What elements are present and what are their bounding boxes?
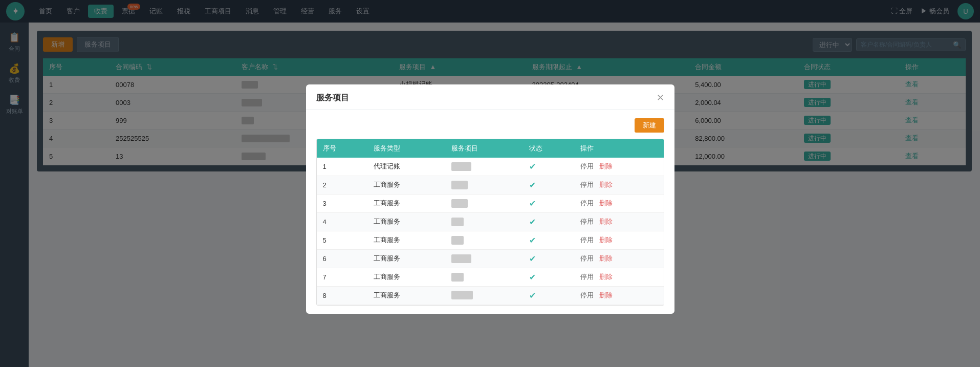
- dialog-col-item: 服务项目: [445, 139, 523, 158]
- dialog-cell-action[interactable]: 停用 删除: [574, 158, 664, 176]
- service-table: 序号 服务类型 服务项目 状态 操作 1 代理记账 ■■■1 ✔ 停用 删除 2…: [317, 139, 664, 305]
- dialog-cell-action[interactable]: 停用 删除: [574, 194, 664, 212]
- table-row: 1 代理记账 ■■■1 ✔ 停用 删除: [317, 158, 664, 176]
- dialog-cell-status: ✔: [523, 176, 574, 194]
- delete-button[interactable]: 删除: [599, 291, 613, 299]
- dialog-cell-action[interactable]: 停用 删除: [574, 231, 664, 249]
- dialog-cell-item: ■■■■: [445, 249, 523, 268]
- dialog-cell-seq: 2: [317, 176, 368, 194]
- dialog-cell-seq: 7: [317, 268, 368, 286]
- dialog-col-type: 服务类型: [367, 139, 445, 158]
- dialog-cell-status: ✔: [523, 158, 574, 176]
- dialog-cell-action[interactable]: 停用 删除: [574, 212, 664, 231]
- table-row: 4 工商服务 ■■ ✔ 停用 删除: [317, 212, 664, 231]
- stop-button[interactable]: 停用: [580, 273, 594, 280]
- dialog-cell-status: ✔: [523, 268, 574, 286]
- stop-button[interactable]: 停用: [580, 236, 594, 244]
- dialog-cell-action[interactable]: 停用 删除: [574, 249, 664, 268]
- dialog-cell-item: ■■■: [445, 194, 523, 212]
- dialog-cell-seq: 4: [317, 212, 368, 231]
- dialog-cell-action[interactable]: 停用 删除: [574, 176, 664, 194]
- delete-button[interactable]: 删除: [599, 199, 613, 207]
- dialog-cell-type: 工商服务: [367, 194, 445, 212]
- dialog-cell-status: ✔: [523, 194, 574, 212]
- stop-button[interactable]: 停用: [580, 254, 594, 262]
- dialog-cell-type: 工商服务: [367, 212, 445, 231]
- dialog-cell-type: 工商服务: [367, 249, 445, 268]
- dialog-header: 服务项目 ✕: [306, 84, 674, 110]
- dialog-col-action: 操作: [574, 139, 664, 158]
- dialog-col-seq: 序号: [317, 139, 368, 158]
- dialog-new-button[interactable]: 新建: [635, 118, 664, 133]
- dialog-title: 服务项目: [316, 93, 349, 103]
- dialog-cell-seq: 1: [317, 158, 368, 176]
- dialog-cell-item: ■■■1: [445, 158, 523, 176]
- dialog-cell-action[interactable]: 停用 删除: [574, 268, 664, 286]
- dialog-cell-type: 工商服务: [367, 176, 445, 194]
- close-button[interactable]: ✕: [657, 93, 664, 102]
- dialog-toolbar: 新建: [316, 118, 664, 133]
- table-row: 6 工商服务 ■■■■ ✔ 停用 删除: [317, 249, 664, 268]
- service-table-body: 1 代理记账 ■■■1 ✔ 停用 删除 2 工商服务 ■■■ ✔ 停用 删除 3…: [317, 158, 664, 305]
- dialog-body: 新建 序号 服务类型 服务项目 状态 操作 1 代理记账: [306, 110, 674, 314]
- delete-button[interactable]: 删除: [599, 236, 613, 244]
- table-row: 5 工商服务 ■■ ✔ 停用 删除: [317, 231, 664, 249]
- table-row: 8 工商服务 ■注册 ✔ 停用 删除: [317, 286, 664, 305]
- dialog-cell-type: 工商服务: [367, 286, 445, 305]
- dialog-cell-status: ✔: [523, 212, 574, 231]
- table-row: 2 工商服务 ■■■ ✔ 停用 删除: [317, 176, 664, 194]
- table-row: 7 工商服务 ■■ ✔ 停用 删除: [317, 268, 664, 286]
- delete-button[interactable]: 删除: [599, 218, 613, 225]
- dialog-cell-status: ✔: [523, 286, 574, 305]
- table-row: 3 工商服务 ■■■ ✔ 停用 删除: [317, 194, 664, 212]
- dialog-cell-item: ■■: [445, 268, 523, 286]
- stop-button[interactable]: 停用: [580, 181, 594, 188]
- delete-button[interactable]: 删除: [599, 254, 613, 262]
- dialog-col-status: 状态: [523, 139, 574, 158]
- dialog-cell-seq: 8: [317, 286, 368, 305]
- dialog-cell-item: ■■■: [445, 176, 523, 194]
- dialog-cell-seq: 5: [317, 231, 368, 249]
- dialog-cell-seq: 3: [317, 194, 368, 212]
- service-table-header: 序号 服务类型 服务项目 状态 操作: [317, 139, 664, 158]
- dialog-cell-item: ■■: [445, 231, 523, 249]
- delete-button[interactable]: 删除: [599, 273, 613, 280]
- dialog-cell-seq: 6: [317, 249, 368, 268]
- delete-button[interactable]: 删除: [599, 162, 613, 170]
- stop-button[interactable]: 停用: [580, 199, 594, 207]
- dialog-cell-status: ✔: [523, 231, 574, 249]
- stop-button[interactable]: 停用: [580, 218, 594, 225]
- dialog-cell-type: 代理记账: [367, 158, 445, 176]
- dialog-table-wrap[interactable]: 序号 服务类型 服务项目 状态 操作 1 代理记账 ■■■1 ✔ 停用 删除 2…: [316, 139, 664, 306]
- stop-button[interactable]: 停用: [580, 291, 594, 299]
- dialog-cell-status: ✔: [523, 249, 574, 268]
- dialog-cell-item: ■注册: [445, 286, 523, 305]
- modal-overlay[interactable]: 服务项目 ✕ 新建 序号 服务类型 服务项目 状态 操作: [0, 0, 980, 367]
- stop-button[interactable]: 停用: [580, 162, 594, 170]
- delete-button[interactable]: 删除: [599, 181, 613, 188]
- dialog-cell-item: ■■: [445, 212, 523, 231]
- dialog-cell-type: 工商服务: [367, 231, 445, 249]
- service-item-dialog: 服务项目 ✕ 新建 序号 服务类型 服务项目 状态 操作: [306, 84, 674, 314]
- dialog-cell-type: 工商服务: [367, 268, 445, 286]
- dialog-cell-action[interactable]: 停用 删除: [574, 286, 664, 305]
